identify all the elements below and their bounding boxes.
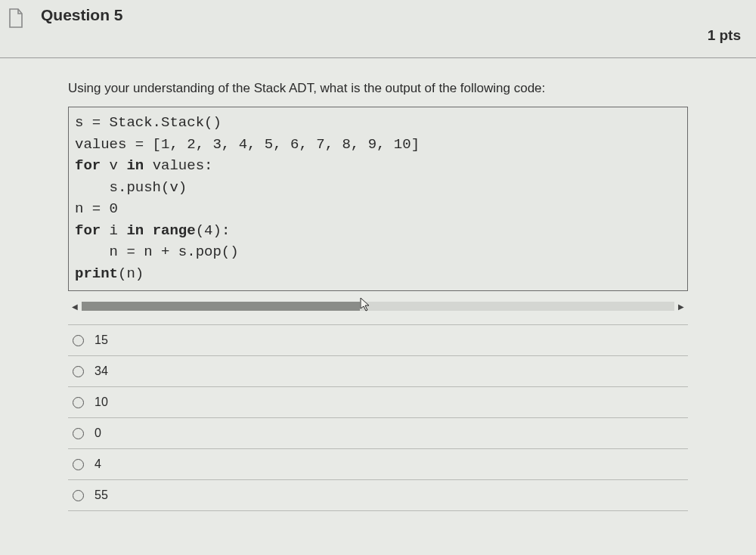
option-label: 10 [94, 395, 108, 409]
code-text [144, 222, 152, 239]
answer-option[interactable]: 15 [68, 324, 688, 355]
page-icon [8, 8, 24, 29]
answer-option[interactable]: 55 [68, 479, 688, 511]
scroll-track[interactable] [82, 302, 674, 311]
radio-button[interactable] [73, 428, 84, 439]
code-keyword: in [126, 222, 144, 239]
code-keyword: for [75, 222, 101, 239]
code-keyword: range [153, 222, 196, 239]
code-line: s = Stack.Stack() [75, 112, 681, 134]
option-label: 0 [94, 426, 101, 440]
code-line: values = [1, 2, 3, 4, 5, 6, 7, 8, 9, 10] [75, 134, 681, 156]
code-line: for i in range(4): [75, 220, 681, 242]
code-line: n = n + s.pop() [75, 241, 681, 263]
question-points: 1 pts [708, 27, 741, 44]
radio-button[interactable] [73, 397, 84, 408]
answer-options: 15 34 10 0 4 55 [68, 324, 688, 511]
code-text: v [101, 157, 126, 174]
code-text: i [101, 222, 126, 239]
option-label: 34 [94, 364, 108, 378]
code-text: (4): [196, 222, 231, 239]
question-container: Question 5 1 pts Using your understandin… [0, 0, 756, 555]
radio-button[interactable] [73, 459, 84, 470]
code-text: values: [144, 157, 212, 174]
code-line: s.push(v) [75, 177, 681, 199]
question-header: Question 5 1 pts [0, 0, 756, 58]
question-title: Question 5 [41, 6, 708, 24]
radio-button[interactable] [73, 335, 84, 346]
code-line: print(n) [75, 263, 681, 285]
question-prompt: Using your understanding of the Stack AD… [68, 81, 688, 96]
option-label: 15 [94, 333, 108, 347]
code-line: for v in values: [75, 155, 681, 177]
scroll-left-arrow-icon[interactable]: ◀ [68, 299, 82, 313]
scroll-right-arrow-icon[interactable]: ▶ [674, 299, 688, 313]
scroll-thumb[interactable] [82, 302, 360, 311]
answer-option[interactable]: 4 [68, 448, 688, 479]
code-text: (n) [118, 265, 144, 282]
horizontal-scrollbar[interactable]: ◀ ▶ [68, 299, 688, 314]
code-keyword: print [75, 265, 118, 282]
question-content: Using your understanding of the Stack AD… [0, 58, 756, 519]
radio-button[interactable] [73, 366, 84, 377]
code-block: s = Stack.Stack() values = [1, 2, 3, 4, … [68, 107, 688, 291]
answer-option[interactable]: 0 [68, 417, 688, 448]
code-keyword: for [75, 157, 101, 174]
code-keyword: in [126, 157, 144, 174]
radio-button[interactable] [73, 490, 84, 501]
cursor-icon [360, 297, 372, 316]
option-label: 55 [94, 488, 108, 502]
answer-option[interactable]: 34 [68, 355, 688, 386]
option-label: 4 [94, 457, 101, 471]
code-line: n = 0 [75, 198, 681, 220]
answer-option[interactable]: 10 [68, 386, 688, 417]
